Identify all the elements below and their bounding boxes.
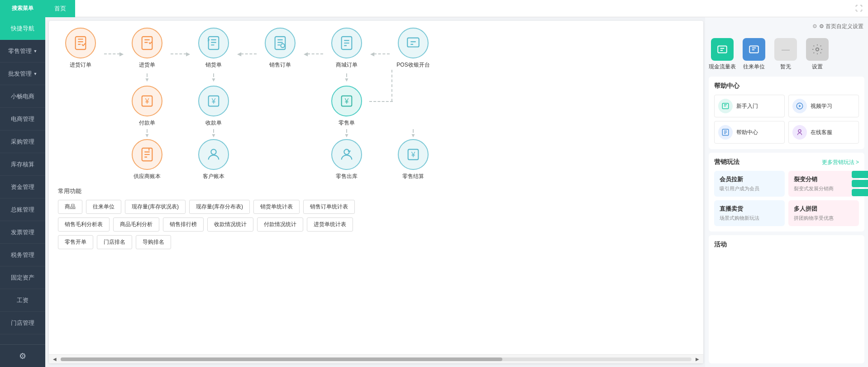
sidebar-item-wholesale[interactable]: 批发管理 ▼ <box>0 63 45 85</box>
sidebar-item-tax[interactable]: 税务管理 <box>0 244 45 266</box>
btn-sales-profit[interactable]: 销售毛利分析表 <box>58 217 110 232</box>
center-panel: 进货订单 ▶ <box>49 21 703 363</box>
btn-sales-order-stat[interactable]: 销售订单统计表 <box>303 200 355 214</box>
btn-contacts[interactable]: 往来单位 <box>86 200 121 214</box>
sidebar-item-purchase[interactable]: 采购管理 <box>0 130 45 153</box>
marketing-group-buy[interactable]: 多人拼团 拼团购物享受优惠 <box>788 200 859 226</box>
float-btn-service[interactable]: 客服热线 <box>852 171 868 178</box>
svg-text:¥: ¥ <box>344 97 349 105</box>
sidebar: 快捷导航 零售管理 ▼ 批发管理 ▼ 小畅电商 电商管理 采购管理 库存核算 资… <box>0 17 45 367</box>
float-btn-shortcut[interactable]: 桌面快捷 <box>852 189 868 196</box>
svg-point-15 <box>344 150 349 155</box>
svg-text:¥: ¥ <box>411 151 415 159</box>
marketing-more[interactable]: 更多营销玩法 > <box>822 159 859 166</box>
svg-point-20 <box>816 48 819 51</box>
flow-node-sales-order[interactable]: 销售订单 <box>258 28 303 69</box>
btn-sales-stat[interactable]: 销货单统计表 <box>253 200 300 214</box>
sidebar-settings-button[interactable]: ⚙ <box>0 344 45 367</box>
scroll-right-btn[interactable]: ▶ <box>694 356 701 363</box>
customize-header[interactable]: ⚙ ⚙ 首页自定义设置 <box>709 21 864 32</box>
svg-rect-19 <box>749 46 758 53</box>
flow-node-mall-order[interactable]: 商城订单 <box>324 28 369 69</box>
sidebar-item-invoice[interactable]: 发票管理 <box>0 221 45 244</box>
marketing-member-sub: 吸引用户成为会员 <box>720 185 779 192</box>
flow-node-pos[interactable]: POS收银开台 <box>391 28 436 69</box>
sidebar-item-quick-nav[interactable]: 快捷导航 <box>0 17 45 40</box>
flow-node-purchase-order[interactable]: 进货订单 <box>58 28 103 69</box>
sidebar-item-retail[interactable]: 零售管理 ▼ <box>0 40 45 63</box>
svg-text:¥: ¥ <box>211 97 216 105</box>
sidebar-item-inventory[interactable]: 库存核算 <box>0 153 45 176</box>
marketing-fission[interactable]: 裂变分销 裂变式发展分销商 <box>788 171 859 197</box>
flow-node-payment[interactable]: ¥ 付款单 <box>124 86 170 127</box>
sidebar-item-payroll[interactable]: 工资 <box>0 289 45 312</box>
btn-stock-dist[interactable]: 现存量(库存分布表) <box>189 200 250 214</box>
search-menu[interactable]: 搜索菜单 <box>12 5 33 12</box>
help-center-title: 帮助中心 <box>714 82 859 90</box>
activity-card: 活动 <box>709 235 864 363</box>
flow-node-receipt[interactable]: ¥ 收款单 <box>191 86 236 127</box>
svg-rect-0 <box>76 37 86 49</box>
sidebar-item-ecom-small[interactable]: 小畅电商 <box>0 85 45 108</box>
help-item-newbie[interactable]: 新手入门 <box>714 95 785 117</box>
btn-purchase-stat[interactable]: 进货单统计表 <box>307 217 353 232</box>
btn-goods[interactable]: 商品 <box>58 200 82 214</box>
marketing-live[interactable]: 直播卖货 场景式购物新玩法 <box>714 200 785 226</box>
btn-store-rank[interactable]: 门店排名 <box>97 235 132 249</box>
svg-rect-6 <box>407 38 419 47</box>
logo-area: 搜索菜单 <box>0 0 45 17</box>
svg-marker-23 <box>799 105 801 107</box>
help-item-online-service[interactable]: 在线客服 <box>788 121 859 144</box>
marketing-member-title: 会员拉新 <box>720 175 779 184</box>
btn-stock-status[interactable]: 现存量(库存状况表) <box>125 200 186 214</box>
marketing-group-sub: 拼团购物享受优惠 <box>794 215 854 222</box>
flow-node-retail-order[interactable]: ¥ 零售单 <box>324 86 369 127</box>
sidebar-item-finance[interactable]: 资金管理 <box>0 176 45 198</box>
btn-goods-profit[interactable]: 商品毛利分析 <box>113 217 159 232</box>
sidebar-item-ecom-mgmt[interactable]: 电商管理 <box>0 108 45 130</box>
help-item-help-center[interactable]: 帮助中心 <box>714 121 785 144</box>
sidebar-item-store[interactable]: 门店管理 <box>0 312 45 334</box>
svg-point-4 <box>281 43 285 48</box>
common-functions-title: 常用功能 <box>58 187 694 195</box>
flow-node-supplier-account[interactable]: 供应商账本 <box>124 139 170 180</box>
quick-icons-area: 现金流量表 往来单位 — 暂无 <box>709 36 864 73</box>
marketing-group-title: 多人拼团 <box>794 205 854 213</box>
svg-rect-18 <box>718 46 727 53</box>
common-functions: 常用功能 商品 往来单位 现存量(库存状况表) 现存量(库存分布表) 销货单统计… <box>58 187 694 249</box>
help-item-video[interactable]: 视频学习 <box>788 95 859 117</box>
btn-payment-stat[interactable]: 付款情况统计 <box>257 217 303 232</box>
quick-icon-none[interactable]: — 暂无 <box>772 38 799 71</box>
btn-guide-rank[interactable]: 导购排名 <box>136 235 171 249</box>
float-btn-community[interactable]: 服务社区 <box>852 180 868 187</box>
right-panel: ⚙ ⚙ 首页自定义设置 现金流量表 <box>705 17 868 367</box>
quick-icon-settings[interactable]: 设置 <box>804 38 831 71</box>
btn-receipt-stat[interactable]: 收款情况统计 <box>207 217 253 232</box>
flow-node-retail-settlement[interactable]: ¥ 零售结算 <box>391 139 436 180</box>
quick-icon-contacts[interactable]: 往来单位 <box>740 38 768 71</box>
flow-diagram: 进货订单 ▶ <box>58 28 694 180</box>
horizontal-scrollbar[interactable]: ◀ ▶ <box>49 354 703 363</box>
tab-home[interactable]: 首页 <box>45 0 75 17</box>
help-center-card: 帮助中心 新手入门 <box>709 77 864 149</box>
btn-sales-rank[interactable]: 销售排行榜 <box>163 217 204 232</box>
marketing-title: 营销玩法 <box>714 158 739 166</box>
flow-node-customer-account[interactable]: 客户账本 <box>191 139 236 180</box>
svg-rect-2 <box>209 37 219 49</box>
fullscreen-button[interactable]: ⛶ <box>850 5 868 13</box>
marketing-card: 营销玩法 更多营销玩法 > 会员拉新 吸引用户成为会员 裂变分销 裂变式发展分销… <box>709 153 864 232</box>
btn-retail-order[interactable]: 零售开单 <box>58 235 93 249</box>
scroll-left-btn[interactable]: ◀ <box>51 356 58 363</box>
svg-point-25 <box>798 130 801 132</box>
activity-title: 活动 <box>714 241 859 249</box>
sidebar-item-ledger[interactable]: 总账管理 <box>0 198 45 221</box>
flow-node-sales[interactable]: 销货单 <box>191 28 236 69</box>
floating-buttons: 客服热线 服务社区 桌面快捷 <box>852 171 868 196</box>
flow-node-purchase[interactable]: 进货单 <box>124 28 170 69</box>
flow-node-retail-outbound[interactable]: 零售出库 <box>324 139 369 180</box>
sidebar-item-fixed-assets[interactable]: 固定资产 <box>0 266 45 289</box>
marketing-fission-title: 裂变分销 <box>794 175 854 184</box>
svg-point-14 <box>211 150 216 155</box>
quick-icon-cashflow[interactable]: 现金流量表 <box>709 38 736 71</box>
marketing-member[interactable]: 会员拉新 吸引用户成为会员 <box>714 171 785 197</box>
